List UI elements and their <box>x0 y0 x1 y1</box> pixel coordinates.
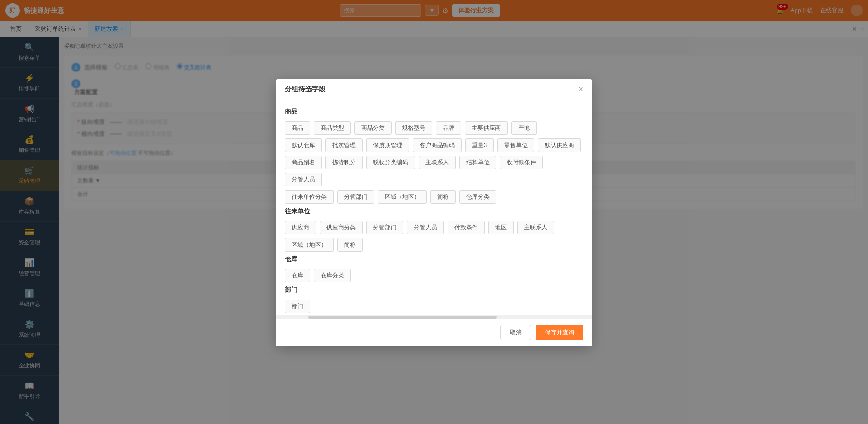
field-tag-manager[interactable]: 分管人员 <box>285 173 322 186</box>
field-tag-person[interactable]: 分管人员 <box>407 221 444 234</box>
field-tag-area[interactable]: 地区 <box>488 221 514 234</box>
modal-close-button[interactable]: × <box>578 85 583 93</box>
field-grid-counterpart-2: 区域（地区） 简称 <box>285 238 583 252</box>
field-tag-retail-unit[interactable]: 零售单位 <box>497 138 534 152</box>
field-tag-quality[interactable]: 保质期管理 <box>366 138 409 152</box>
field-tag-goods-alias[interactable]: 商品别名 <box>285 156 322 169</box>
section-title-goods: 商品 <box>285 108 583 116</box>
field-tag-default-supplier[interactable]: 默认供应商 <box>538 138 581 152</box>
field-grid-goods-3: 商品别名 拣货积分 税收分类编码 主联系人 结算单位 收付款条件 分管人员 <box>285 156 583 186</box>
field-tag-weight3[interactable]: 重量3 <box>465 138 494 152</box>
field-tag-contact[interactable]: 主联系人 <box>517 221 554 234</box>
section-title-warehouse: 仓库 <box>285 255 583 263</box>
field-grid-goods-4: 往来单位分类 分管部门 区域（地区） 简称 仓库分类 <box>285 190 583 204</box>
field-tag-manage-dept[interactable]: 分管部门 <box>337 190 374 204</box>
field-tag-region-counterpart[interactable]: 区域（地区） <box>285 238 334 252</box>
field-tag-short-name-goods[interactable]: 简称 <box>430 190 456 204</box>
modal-actions: 取消 保存并查询 <box>276 319 592 346</box>
field-grid-goods: 商品 商品类型 商品分类 规格型号 品牌 主要供应商 产地 <box>285 121 583 135</box>
modal-body[interactable]: 商品 商品 商品类型 商品分类 规格型号 品牌 主要供应商 产地 默认仓库 批次… <box>276 100 592 315</box>
field-tag-counterpart-category[interactable]: 往来单位分类 <box>285 190 334 204</box>
field-tag-payment-terms[interactable]: 收付款条件 <box>500 156 543 169</box>
field-select-modal: 分组待选字段 × 商品 商品 商品类型 商品分类 规格型号 品牌 主要供应商 产… <box>276 79 592 346</box>
field-tag-dept-item[interactable]: 部门 <box>285 300 310 313</box>
field-tag-dept[interactable]: 分管部门 <box>366 221 403 234</box>
section-title-dept: 部门 <box>285 286 583 294</box>
field-tag-goods-type[interactable]: 商品类型 <box>314 121 351 135</box>
field-tag-supplier-category[interactable]: 供应商分类 <box>320 221 363 234</box>
field-tag-tax-code[interactable]: 税收分类编码 <box>366 156 415 169</box>
field-tag-brand[interactable]: 品牌 <box>436 121 461 135</box>
field-tag-warehouse-category[interactable]: 仓库分类 <box>314 269 351 282</box>
field-tag-region-goods[interactable]: 区域（地区） <box>378 190 427 204</box>
section-title-counterpart: 往来单位 <box>285 207 583 215</box>
cancel-button[interactable]: 取消 <box>500 325 531 340</box>
h-scroll-thumb <box>308 316 497 319</box>
field-tag-origin[interactable]: 产地 <box>511 121 537 135</box>
field-grid-goods-2: 默认仓库 批次管理 保质期管理 客户商品编码 重量3 零售单位 默认供应商 <box>285 138 583 152</box>
field-tag-main-supplier[interactable]: 主要供应商 <box>465 121 508 135</box>
field-tag-batch[interactable]: 批次管理 <box>326 138 363 152</box>
field-tag-goods-category[interactable]: 商品分类 <box>354 121 392 135</box>
field-tag-pick-score[interactable]: 拣货积分 <box>326 156 363 169</box>
field-grid-warehouse: 仓库 仓库分类 <box>285 269 583 282</box>
field-grid-dept: 部门 <box>285 300 583 313</box>
field-tag-warehouse-category-goods[interactable]: 仓库分类 <box>459 190 496 204</box>
field-tag-payment-cond[interactable]: 付款条件 <box>448 221 485 234</box>
field-tag-goods[interactable]: 商品 <box>285 121 310 135</box>
field-tag-warehouse[interactable]: 仓库 <box>285 269 310 282</box>
modal-title: 分组待选字段 <box>285 85 326 94</box>
field-tag-settle-unit[interactable]: 结算单位 <box>459 156 496 169</box>
field-tag-spec-model[interactable]: 规格型号 <box>395 121 432 135</box>
modal-horizontal-scrollbar[interactable] <box>276 315 592 319</box>
confirm-button[interactable]: 保存并查询 <box>536 325 583 340</box>
field-grid-counterpart: 供应商 供应商分类 分管部门 分管人员 付款条件 地区 主联系人 <box>285 221 583 234</box>
field-tag-main-contact[interactable]: 主联系人 <box>419 156 456 169</box>
modal-header: 分组待选字段 × <box>276 79 592 100</box>
field-tag-default-warehouse[interactable]: 默认仓库 <box>285 138 322 152</box>
field-tag-short-name-counterpart[interactable]: 简称 <box>337 238 363 252</box>
field-tag-customer-code[interactable]: 客户商品编码 <box>413 138 462 152</box>
field-tag-supplier[interactable]: 供应商 <box>285 221 316 234</box>
